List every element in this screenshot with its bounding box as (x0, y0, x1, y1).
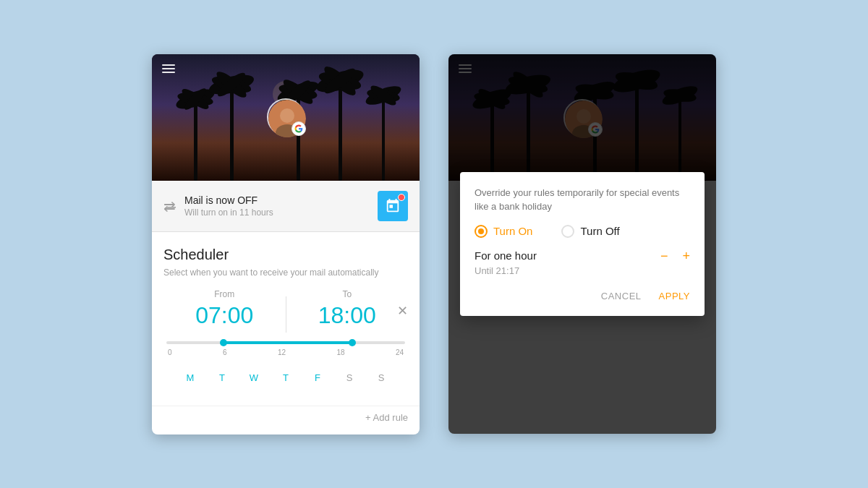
scheduler-section: Scheduler Select when you want to receiv… (152, 232, 420, 406)
from-value[interactable]: 07:00 (163, 302, 286, 329)
slider-labels: 0 6 12 18 24 (166, 348, 405, 356)
dialog-actions: CANCEL APPLY (475, 291, 690, 301)
slider-label-0: 0 (168, 348, 172, 356)
hamburger-menu-left[interactable] (162, 64, 175, 73)
slider-track (166, 341, 405, 344)
hamburger-line-3 (162, 72, 175, 73)
svg-rect-17 (339, 80, 342, 181)
cancel-button[interactable]: CANCEL (601, 291, 642, 301)
turn-on-radio-dot (478, 228, 484, 234)
add-rule-row: + Add rule (152, 406, 420, 435)
days-row: M T W T F S S (163, 368, 408, 388)
turn-on-label: Turn On (493, 225, 532, 237)
day-saturday[interactable]: S (339, 368, 359, 388)
slider-label-12: 12 (278, 348, 286, 356)
slider-thumb-left[interactable] (220, 339, 227, 346)
slider-thumb-right[interactable] (349, 339, 356, 346)
day-tuesday[interactable]: T (212, 368, 232, 388)
turn-off-option[interactable]: Turn Off (561, 225, 619, 238)
scheduler-subtitle: Select when you want to receive your mai… (163, 267, 408, 278)
to-time-col: To 18:00 (286, 289, 409, 329)
add-rule-button[interactable]: + Add rule (365, 412, 408, 423)
left-phone: ⇄̶ Mail is now OFF Will turn on in 11 ho… (152, 54, 420, 435)
to-value[interactable]: 18:00 (286, 302, 409, 329)
turn-on-option[interactable]: Turn On (475, 225, 532, 238)
svg-rect-22 (382, 94, 385, 181)
time-slider[interactable]: 0 6 12 18 24 (163, 341, 408, 356)
increase-duration-button[interactable]: + (682, 249, 690, 262)
duration-controls: − + (660, 249, 690, 262)
from-label: From (163, 289, 286, 299)
calendar-button[interactable] (378, 191, 408, 221)
slider-label-6: 6 (223, 348, 227, 356)
day-monday[interactable]: M (180, 368, 200, 388)
calendar-icon (385, 198, 401, 214)
svg-rect-7 (230, 83, 234, 181)
google-badge (292, 121, 306, 136)
turn-off-radio-circle (561, 225, 574, 238)
turn-on-radio-circle (475, 225, 488, 238)
dialog-title: Override your rules temporarily for spec… (475, 187, 690, 213)
override-dialog: Override your rules temporarily for spec… (460, 172, 705, 315)
hero-image (152, 54, 420, 181)
duration-label: For one hour (475, 249, 537, 262)
slider-label-18: 18 (336, 348, 344, 356)
day-wednesday[interactable]: W (244, 368, 264, 388)
status-title: Mail is now OFF (184, 194, 369, 206)
status-bar: ⇄̶ Mail is now OFF Will turn on in 11 ho… (152, 181, 420, 232)
to-label: To (286, 289, 409, 299)
slider-label-24: 24 (396, 348, 404, 356)
duration-row: For one hour − + (475, 249, 690, 262)
day-friday[interactable]: F (307, 368, 328, 388)
hamburger-line-2 (162, 68, 175, 69)
apply-button[interactable]: APPLY (659, 291, 690, 301)
radio-row: Turn On Turn Off (475, 225, 690, 238)
hamburger-line-1 (162, 64, 175, 66)
sync-off-icon: ⇄̶ (163, 197, 176, 215)
avatar (267, 98, 305, 136)
status-text-block: Mail is now OFF Will turn on in 11 hours (184, 194, 369, 218)
close-time-row-button[interactable]: ✕ (397, 303, 408, 319)
decrease-duration-button[interactable]: − (660, 249, 668, 262)
status-subtitle: Will turn on in 11 hours (184, 207, 369, 218)
day-thursday[interactable]: T (276, 368, 296, 388)
slider-fill (224, 341, 352, 344)
from-time-col: From 07:00 (163, 289, 286, 329)
dialog-overlay: Override your rules temporarily for spec… (448, 54, 716, 434)
day-sunday[interactable]: S (371, 368, 391, 388)
turn-off-label: Turn Off (580, 225, 619, 237)
time-row: From 07:00 To 18:00 ✕ (163, 289, 408, 333)
svg-point-27 (280, 108, 294, 123)
svg-rect-2 (194, 98, 197, 181)
scheduler-title: Scheduler (163, 247, 408, 263)
until-text: Until 21:17 (475, 265, 690, 276)
calendar-badge (398, 194, 405, 201)
right-phone: M T W T F S S 06121824 From (448, 54, 716, 434)
